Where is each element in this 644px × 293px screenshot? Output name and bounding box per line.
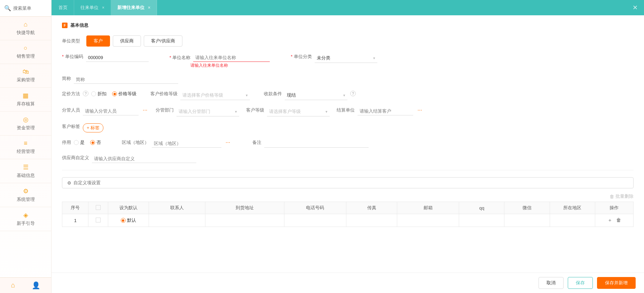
guide-icon: ◈ bbox=[23, 211, 28, 219]
form-row-shortname: 简称 bbox=[62, 75, 634, 84]
field-payment-terms: 收款条件 现结 ▾ ? bbox=[264, 91, 356, 100]
cell-qq[interactable] bbox=[459, 214, 504, 227]
region-input[interactable] bbox=[152, 139, 221, 148]
supplier-custom-input[interactable] bbox=[92, 155, 196, 163]
sidebar-item-label: 系统管理 bbox=[17, 196, 35, 203]
action-bar: 取消 保存 保存并新增 bbox=[52, 272, 644, 293]
qq-input[interactable] bbox=[471, 218, 492, 223]
contact-input[interactable] bbox=[163, 218, 191, 223]
customer-level-select[interactable]: 请选择客户等级 ▾ bbox=[267, 107, 330, 116]
col-action: 操作 bbox=[595, 202, 633, 214]
header-checkbox[interactable] bbox=[96, 205, 101, 210]
pricing-help-icon[interactable]: ? bbox=[83, 91, 88, 96]
cell-wechat[interactable] bbox=[504, 214, 550, 227]
user-bottom-icon[interactable]: 👤 bbox=[32, 281, 40, 290]
region-table-input[interactable] bbox=[562, 218, 583, 223]
batch-delete-label: 批量删除 bbox=[615, 193, 634, 200]
phone-input[interactable] bbox=[299, 218, 331, 223]
sidebar-bottom: ⌂ 👤 bbox=[0, 277, 51, 293]
settlement-unit-input[interactable] bbox=[358, 107, 413, 115]
customer-price-level-select[interactable]: 请选择客户价格等级 ▾ bbox=[180, 91, 250, 100]
short-name-input[interactable] bbox=[74, 75, 178, 84]
unit-type-both-btn[interactable]: 客户/供应商 bbox=[144, 35, 182, 47]
unit-name-input[interactable] bbox=[193, 54, 270, 62]
cancel-button[interactable]: 取消 bbox=[539, 277, 564, 289]
cust-level-placeholder: 请选择客户等级 bbox=[269, 108, 301, 115]
default-radio-circle bbox=[121, 218, 126, 223]
default-radio-label: 默认 bbox=[127, 217, 136, 223]
payment-help-icon[interactable]: ? bbox=[350, 91, 356, 96]
sidebar-item-label: 资金管理 bbox=[17, 125, 35, 131]
sidebar-item-purchase[interactable]: 🛍 采购管理 bbox=[0, 64, 51, 88]
sidebar-search[interactable]: 🔍 搜索菜单 bbox=[0, 0, 51, 17]
save-button[interactable]: 保存 bbox=[568, 277, 593, 289]
tag-add-label: + 标签 bbox=[87, 125, 100, 131]
batch-delete-area[interactable]: 🗑 批量删除 bbox=[62, 193, 634, 200]
section-icon: F bbox=[62, 23, 68, 28]
unit-name-label: 单位名称 bbox=[170, 55, 191, 61]
remark-input[interactable] bbox=[264, 139, 369, 148]
section-title: 基本信息 bbox=[70, 22, 88, 29]
sidebar-item-system[interactable]: ⚙ 系统管理 bbox=[0, 183, 51, 207]
sidebar-item-finance[interactable]: ◎ 资金管理 bbox=[0, 112, 51, 136]
unit-code-input[interactable] bbox=[86, 54, 149, 62]
search-icon: 🔍 bbox=[4, 5, 11, 11]
department-select[interactable]: 请输入分管部门 ▾ bbox=[176, 107, 239, 116]
radio-yes[interactable]: 是 bbox=[74, 139, 85, 146]
col-address: 到货地址 bbox=[205, 202, 284, 214]
tab-units[interactable]: 往来单位 × bbox=[74, 0, 111, 15]
tab-home[interactable]: 首页 bbox=[55, 0, 74, 15]
fax-input[interactable] bbox=[360, 218, 384, 223]
cell-check[interactable] bbox=[88, 214, 108, 227]
sidebar-item-quick-nav[interactable]: ⌂ 快捷导航 bbox=[0, 17, 51, 40]
sidebar-item-basic-info[interactable]: ☰ 基础信息 bbox=[0, 159, 51, 183]
home-bottom-icon[interactable]: ⌂ bbox=[11, 281, 15, 290]
payment-terms-select[interactable]: 现结 ▾ bbox=[285, 91, 347, 100]
payment-terms-value: 现结 bbox=[287, 92, 296, 98]
gear-icon: ⚙ bbox=[23, 187, 29, 195]
custom-settings-btn[interactable]: ⚙ 自定义项设置 bbox=[62, 177, 634, 188]
sidebar-item-operations[interactable]: ≡ 经营管理 bbox=[0, 136, 51, 159]
wechat-input[interactable] bbox=[517, 218, 537, 223]
row-delete-btn[interactable]: 🗑 bbox=[615, 217, 622, 223]
cell-phone[interactable] bbox=[284, 214, 346, 227]
sidebar-item-guide[interactable]: ◈ 新手引导 bbox=[0, 207, 51, 231]
manager-more-btn[interactable]: ··· bbox=[141, 107, 149, 113]
row-add-btn[interactable]: ＋ bbox=[606, 217, 614, 224]
save-new-button[interactable]: 保存并新增 bbox=[597, 277, 636, 289]
tag-add-btn[interactable]: + 标签 bbox=[83, 123, 103, 132]
tabbar-global-close[interactable]: ✕ bbox=[630, 2, 641, 13]
radio-no[interactable]: 否 bbox=[90, 139, 101, 146]
default-radio[interactable]: 默认 bbox=[112, 217, 145, 223]
cell-email[interactable] bbox=[397, 214, 459, 227]
tab-new-unit[interactable]: 新增往来单位 × bbox=[111, 0, 157, 15]
manager-input[interactable] bbox=[83, 107, 139, 115]
sidebar-item-label: 销售管理 bbox=[17, 53, 35, 59]
payment-terms-label: 收款条件 bbox=[264, 91, 282, 97]
unit-category-select[interactable]: 未分类 ▾ bbox=[315, 54, 377, 63]
cpls-chevron: ▾ bbox=[246, 93, 248, 98]
cell-address[interactable] bbox=[205, 214, 284, 227]
field-customer-level: 客户等级 请选择客户等级 ▾ bbox=[246, 107, 330, 116]
row-checkbox[interactable] bbox=[96, 218, 101, 222]
cell-region[interactable] bbox=[550, 214, 595, 227]
email-input[interactable] bbox=[413, 218, 444, 223]
radio-price-level[interactable]: 价格等级 bbox=[112, 91, 136, 97]
address-input[interactable] bbox=[224, 218, 266, 223]
sidebar: 🔍 搜索菜单 ⌂ 快捷导航 ○ 销售管理 🛍 采购管理 ▦ 库存核算 ◎ 资金管… bbox=[0, 0, 52, 293]
sidebar-item-sales[interactable]: ○ 销售管理 bbox=[0, 40, 51, 64]
unit-type-customer-btn[interactable]: 客户 bbox=[86, 35, 110, 47]
settlement-more-btn[interactable]: ··· bbox=[416, 107, 423, 113]
tab-units-close[interactable]: × bbox=[102, 5, 104, 10]
unit-type-supplier-btn[interactable]: 供应商 bbox=[113, 35, 141, 47]
cell-fax[interactable] bbox=[346, 214, 397, 227]
home-icon: ⌂ bbox=[24, 21, 28, 28]
cell-contact[interactable] bbox=[149, 214, 205, 227]
tab-home-label: 首页 bbox=[58, 5, 68, 11]
region-more-btn[interactable]: ··· bbox=[224, 139, 231, 146]
col-qq: qq bbox=[459, 202, 504, 214]
sidebar-item-inventory[interactable]: ▦ 库存核算 bbox=[0, 88, 51, 112]
field-settlement-unit: 结算单位 ··· bbox=[337, 107, 423, 115]
radio-discount[interactable]: 折扣 bbox=[91, 91, 107, 97]
tab-new-unit-close[interactable]: × bbox=[148, 5, 150, 10]
